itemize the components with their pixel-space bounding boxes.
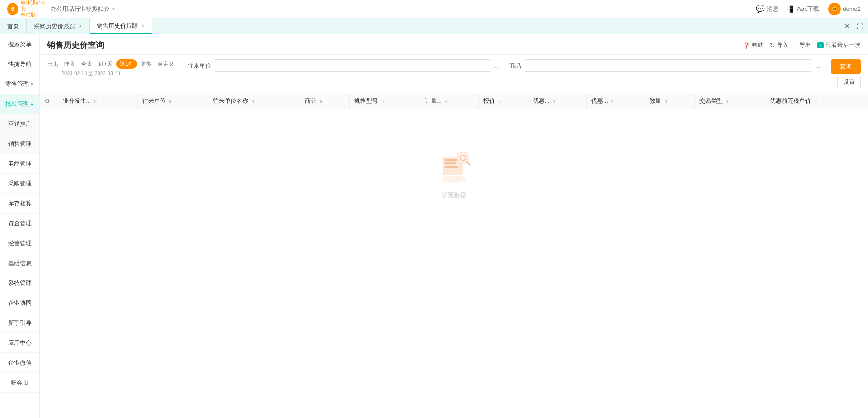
th-discount2-label: 优惠... — [591, 97, 608, 104]
sort-arrows-partner: ⇅ — [168, 99, 172, 104]
sidebar-item-finance[interactable]: 资金管理 — [0, 214, 39, 233]
th-unit[interactable]: 计量... ⇅ — [420, 93, 479, 109]
chevron-up-icon: ▲ — [30, 101, 34, 106]
tab-bar: 首页 采购历史价跟踪 × 销售历史价跟踪 × ✕ ⛶ — [0, 18, 868, 34]
tab-close-all[interactable]: ✕ — [843, 22, 852, 31]
sidebar-item-retail-mgmt[interactable]: 零售管理 ▼ — [0, 74, 39, 94]
th-partner-name[interactable]: 往来单位名称 ⇅ — [208, 93, 300, 109]
th-discount1-label: 优惠... — [533, 97, 550, 104]
th-unit-label: 计量... — [425, 97, 442, 104]
tab-maximize[interactable]: ⛶ — [855, 22, 864, 31]
page-title: 销售历史价查询 — [47, 40, 104, 51]
th-goods[interactable]: 商品 ⇅ — [300, 93, 349, 109]
sidebar-item-purchase[interactable]: 采购管理 — [0, 174, 39, 194]
import-action[interactable]: ↻ 导入 — [770, 41, 788, 49]
th-quantity[interactable]: 数量 ⇅ — [645, 93, 694, 109]
svg-line-7 — [467, 162, 470, 165]
query-actions: 查询 设置 — [831, 59, 861, 88]
only-last-action[interactable]: ✓ 只看最后一次 — [817, 41, 861, 49]
sidebar-item-operations[interactable]: 经营管理 — [0, 233, 39, 253]
gear-icon: ⚙ — [44, 97, 50, 104]
date-btn-more[interactable]: 更多 — [138, 59, 154, 69]
sidebar-item-inventory[interactable]: 库存核算 — [0, 194, 39, 214]
sidebar-item-basic-info[interactable]: 基础信息 — [0, 253, 39, 273]
export-action[interactable]: ↓ 导出 — [795, 41, 811, 49]
partner-input[interactable] — [214, 59, 491, 72]
app-title: 办公用品行业模拟账套 ▼ — [51, 5, 116, 13]
th-pre-discount-label: 优惠前无税单价 — [770, 97, 811, 104]
th-discount2[interactable]: 优惠... ⇅ — [586, 93, 645, 109]
sort-arrows-biz: ⇅ — [94, 99, 97, 104]
sidebar-item-vip[interactable]: 畅会员 — [0, 373, 39, 393]
sort-arrows-spec: ⇅ — [381, 99, 384, 104]
app-download-action[interactable]: 📱 App下载 — [788, 5, 819, 13]
th-gear[interactable]: ⚙ — [40, 93, 58, 109]
tab-sales-history[interactable]: 销售历史价跟踪 × — [90, 18, 152, 34]
sidebar-item-system[interactable]: 系统管理 — [0, 273, 39, 293]
filter-row: 日期 昨天 今天 近7天 近1月 更多 自定义 2023-02-18 至 202… — [47, 59, 861, 88]
tab-home[interactable]: 首页 — [0, 18, 27, 34]
content: 销售历史价查询 ❓ 帮助 ↻ 导入 ↓ 导出 ✓ 只看最后一次 — [40, 34, 868, 418]
sidebar-item-search-menu[interactable]: 搜索菜单 — [0, 34, 39, 54]
top-header: 6 畅捷通好生意 标准版 办公用品行业模拟账套 ▼ 💬 消息 📱 App下载 😊… — [0, 0, 868, 18]
checkbox-icon: ✓ — [817, 42, 824, 48]
sidebar-item-marketing[interactable]: 营销推广 — [0, 114, 39, 134]
sidebar-item-wechat[interactable]: 企业微信 — [0, 353, 39, 373]
sidebar-item-ecommerce[interactable]: 电商管理 — [0, 154, 39, 174]
sort-arrows-d1: ⇅ — [552, 99, 556, 104]
th-spec[interactable]: 规格型号 ⇅ — [349, 93, 420, 109]
empty-state: 暂无数据 — [40, 109, 868, 236]
sales-tab-close[interactable]: × — [142, 23, 145, 29]
sidebar-item-wholesale-mgmt[interactable]: 批发管理 ▲ — [0, 94, 39, 114]
dropdown-icon[interactable]: ▼ — [111, 6, 116, 11]
sort-arrows-qty: ⇅ — [664, 99, 668, 104]
sidebar-item-apps[interactable]: 应用中心 — [0, 333, 39, 353]
sort-arrows-pname: ⇅ — [251, 99, 255, 104]
th-biz-date[interactable]: 业务发生... ⇅ — [58, 93, 137, 109]
svg-rect-4 — [444, 166, 458, 168]
empty-icon — [434, 145, 474, 186]
logo-text: 畅捷通好生意 标准版 — [21, 0, 47, 18]
th-quote[interactable]: 报价 ⇅ — [479, 93, 528, 109]
help-icon: ❓ — [743, 42, 750, 49]
filter-area: 日期 昨天 今天 近7天 近1月 更多 自定义 2023-02-18 至 202… — [40, 55, 868, 93]
settings-button[interactable]: 设置 — [837, 76, 861, 88]
chevron-down-icon: ▼ — [30, 81, 34, 86]
svg-rect-3 — [444, 162, 456, 164]
message-action[interactable]: 💬 消息 — [756, 5, 778, 13]
purchase-tab-close[interactable]: × — [79, 23, 82, 29]
th-trade-type[interactable]: 交易类型 ⇅ — [694, 93, 765, 109]
header-left: 6 畅捷通好生意 标准版 办公用品行业模拟账套 ▼ — [7, 0, 116, 18]
th-quantity-label: 数量 — [650, 97, 661, 104]
sidebar-item-sales-mgmt[interactable]: 销售管理 — [0, 134, 39, 154]
sort-arrows-goods: ⇅ — [319, 99, 323, 104]
home-tab-label: 首页 — [7, 22, 19, 30]
th-trade-type-label: 交易类型 — [699, 97, 723, 104]
data-table: ⚙ 业务发生... ⇅ 往来单位 ⇅ 往来单位名称 ⇅ — [40, 93, 868, 109]
tab-purchase-history[interactable]: 采购历史价跟踪 × — [27, 18, 90, 34]
th-partner-code[interactable]: 往来单位 ⇅ — [137, 93, 208, 109]
th-discount1[interactable]: 优惠... ⇅ — [528, 93, 586, 109]
tab-bar-right: ✕ ⛶ — [843, 22, 868, 31]
svg-point-0 — [441, 176, 467, 183]
sort-arrows-unit: ⇅ — [444, 99, 448, 104]
th-goods-label: 商品 — [305, 97, 316, 104]
date-btn-yesterday[interactable]: 昨天 — [61, 59, 78, 69]
avatar: 😊 — [828, 3, 841, 15]
sidebar-item-guide[interactable]: 新手引导 — [0, 313, 39, 333]
user-action[interactable]: 😊 demo2 — [828, 3, 861, 15]
date-btn-1month[interactable]: 近1月 — [116, 59, 137, 69]
date-btn-7days[interactable]: 近7天 — [96, 59, 115, 69]
empty-text: 暂无数据 — [441, 191, 467, 200]
th-pre-discount[interactable]: 优惠前无税单价 ⇅ — [765, 93, 868, 109]
sidebar-item-enterprise[interactable]: 企业协同 — [0, 293, 39, 313]
query-button[interactable]: 查询 — [831, 59, 861, 74]
th-quote-label: 报价 — [483, 97, 495, 104]
goods-input[interactable] — [524, 59, 812, 72]
goods-filter-group: 商品 ... — [509, 59, 820, 72]
sidebar-item-quick-nav[interactable]: 快捷导航 — [0, 54, 39, 74]
date-btn-custom[interactable]: 自定义 — [155, 59, 177, 69]
sidebar: 搜索菜单 快捷导航 零售管理 ▼ 批发管理 ▲ 营销推广 销售管理 电商管理 采… — [0, 34, 40, 418]
help-action[interactable]: ❓ 帮助 — [743, 41, 764, 49]
date-btn-today[interactable]: 今天 — [79, 59, 95, 69]
